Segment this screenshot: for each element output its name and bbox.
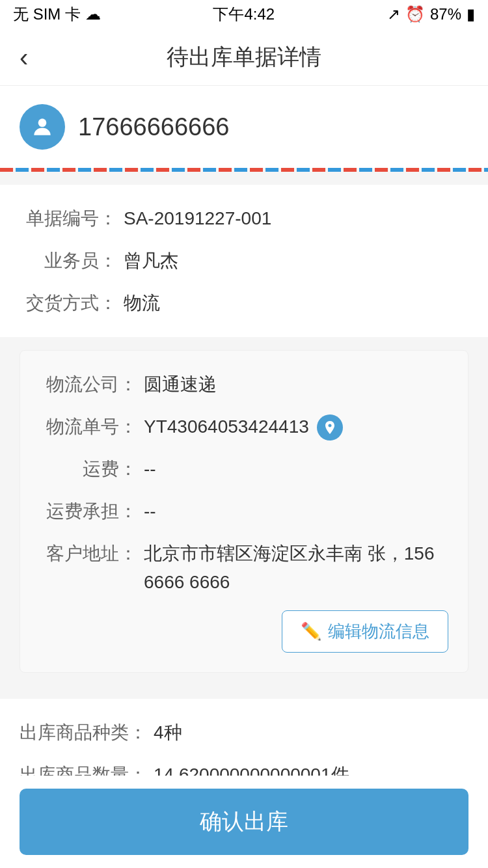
back-button[interactable]: ‹ (20, 44, 28, 70)
document-number-value: SA-20191227-001 (124, 204, 468, 234)
customer-header: 17666666666 (0, 86, 488, 168)
battery-text: 87% (430, 5, 461, 23)
status-bar: 无 SIM 卡 ☁ 下午4:42 ↗ ⏰ 87% ▮ (0, 0, 488, 29)
confirm-btn-wrap: 确认出库 (0, 776, 488, 868)
confirm-outbound-button[interactable]: 确认出库 (20, 789, 468, 855)
status-bar-time: 下午4:42 (213, 4, 275, 25)
logistics-company-row: 物流公司： 圆通速递 (40, 370, 448, 400)
alarm-icon: ⏰ (405, 5, 425, 23)
salesman-label: 业务员： (20, 247, 124, 276)
freight-label: 运费： (40, 455, 144, 484)
address-row: 客户地址： 北京市市辖区海淀区永丰南 张，156 6666 6666 (40, 539, 448, 598)
dashed-separator (0, 168, 488, 172)
svg-point-0 (38, 118, 47, 127)
status-bar-right: ↗ ⏰ 87% ▮ (387, 5, 475, 23)
document-number-row: 单据编号： SA-20191227-001 (20, 204, 468, 234)
delivery-row: 交货方式： 物流 (20, 289, 468, 318)
edit-logistics-btn-wrap: ✏️ 编辑物流信息 (40, 610, 448, 653)
freight-bearer-value: -- (144, 497, 448, 526)
freight-value: -- (144, 455, 448, 484)
edit-logistics-label: 编辑物流信息 (328, 620, 429, 643)
customer-phone: 17666666666 (78, 113, 229, 141)
delivery-label: 交货方式： (20, 289, 124, 318)
freight-bearer-row: 运费承担： -- (40, 497, 448, 526)
nav-bar: ‹ 待出库单据详情 (0, 29, 488, 86)
logistics-section: 物流公司： 圆通速递 物流单号： YT43064053424413 运费： --… (20, 350, 468, 673)
location-pin-icon[interactable] (317, 414, 343, 441)
battery-icon: ▮ (467, 5, 475, 23)
tracking-number-row: 物流单号： YT43064053424413 (40, 413, 448, 442)
section-divider (0, 673, 488, 686)
logistics-company-value: 圆通速递 (144, 370, 448, 400)
sim-signal-text: 无 SIM 卡 ☁ (13, 4, 101, 25)
goods-types-value: 4种 (154, 718, 468, 748)
document-info-section: 单据编号： SA-20191227-001 业务员： 曾凡杰 交货方式： 物流 (0, 185, 488, 337)
location-icon: ↗ (387, 5, 400, 23)
document-number-label: 单据编号： (20, 204, 124, 234)
tracking-number-label: 物流单号： (40, 413, 144, 442)
page-title: 待出库单据详情 (167, 42, 321, 72)
delivery-value: 物流 (124, 289, 468, 318)
status-bar-left: 无 SIM 卡 ☁ (13, 4, 101, 25)
freight-bearer-label: 运费承担： (40, 497, 144, 526)
freight-row: 运费： -- (40, 455, 448, 484)
address-label: 客户地址： (40, 539, 144, 569)
address-value: 北京市市辖区海淀区永丰南 张，156 6666 6666 (144, 539, 448, 598)
logistics-company-label: 物流公司： (40, 370, 144, 400)
goods-types-row: 出库商品种类： 4种 (20, 718, 468, 748)
salesman-row: 业务员： 曾凡杰 (20, 247, 468, 276)
tracking-number-value: YT43064053424413 (144, 413, 448, 442)
salesman-value: 曾凡杰 (124, 247, 468, 276)
edit-icon: ✏️ (301, 621, 321, 642)
edit-logistics-button[interactable]: ✏️ 编辑物流信息 (282, 610, 448, 653)
goods-types-label: 出库商品种类： (20, 718, 154, 748)
avatar (20, 104, 65, 150)
